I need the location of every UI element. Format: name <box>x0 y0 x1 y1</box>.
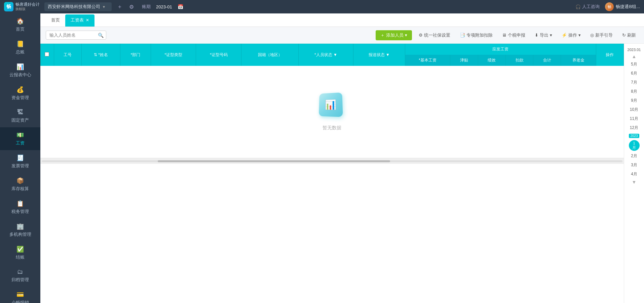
date-panel-next[interactable]: ▼ <box>631 179 637 185</box>
sidebar-item-tax[interactable]: 📋 税务管理 <box>0 196 40 219</box>
special-deduction-btn[interactable]: 📑 专项附加扣除 <box>457 31 495 40</box>
search-input[interactable] <box>46 31 106 40</box>
headset-icon: 🎧 <box>575 4 581 9</box>
sidebar: 🏠 首页 📒 总账 📊 云报表中心 💰 资金管理 🏗 固定资产 💵 工资 🧾 发… <box>0 13 40 303</box>
filter-icon-person[interactable]: ▼ <box>333 52 337 57</box>
sidebar-item-expense[interactable]: 💳 小畅报销 <box>0 287 40 303</box>
date-month-5[interactable]: 5月 <box>624 60 644 69</box>
operations-btn[interactable]: ⚡ 操作 ▾ <box>559 31 583 40</box>
archive-icon: 🗂 <box>17 268 23 275</box>
date-month-7[interactable]: 7月 <box>624 78 644 87</box>
add-dropdown-icon: ▾ <box>405 33 407 38</box>
company-dropdown-arrow: ▼ <box>102 5 106 9</box>
sidebar-item-close[interactable]: ✅ 结账 <box>0 242 40 264</box>
guide-icon-btn: ◎ <box>590 33 594 38</box>
sidebar-item-salary[interactable]: 💵 工资 <box>0 127 40 150</box>
date-month-3[interactable]: 3月 <box>624 161 644 170</box>
date-panel-prev[interactable]: ▲ <box>631 53 637 60</box>
user-info[interactable]: 畅 畅捷通B组... <box>605 2 640 11</box>
tax-icon: 🖥 <box>502 33 506 38</box>
date-month-8[interactable]: 8月 <box>624 87 644 96</box>
assets-icon: 🏗 <box>17 109 23 116</box>
scroll-thumb <box>158 160 390 162</box>
guide-label: 新手引导 <box>595 32 613 38</box>
tab-close-btn[interactable]: ✕ <box>86 18 89 23</box>
logo-sub: 旗舰版 <box>15 7 40 11</box>
export-dropdown-icon: ▾ <box>550 33 552 38</box>
user-avatar: 畅 <box>605 2 614 11</box>
filter-icon-submit[interactable]: ▼ <box>386 52 390 57</box>
date-month-6[interactable]: 6月 <box>624 69 644 78</box>
empty-text: 暂无数据 <box>323 125 341 131</box>
add-person-btn[interactable]: ＋ 添加人员 ▾ <box>376 30 412 40</box>
calendar-icon[interactable]: 📅 <box>178 4 183 9</box>
expense-icon: 💳 <box>16 291 24 298</box>
tax-report-btn[interactable]: 🖥 个税申报 <box>499 31 528 40</box>
date-panel: 2023.01 ▲ 5月 6月 7月 8月 9月 10月 11月 12月 202… <box>624 44 644 303</box>
table-date-row: 工号 ⇅ *姓名 *部门 *证型类型 <box>40 44 644 303</box>
th-total: 合计 <box>533 55 561 66</box>
guide-btn[interactable]: ◎ 新手引导 <box>588 31 615 40</box>
th-salary-group: 应发工资 <box>405 44 596 55</box>
settings-btn[interactable]: ⚙ <box>128 2 135 11</box>
sidebar-item-archive[interactable]: 🗂 归档管理 <box>0 264 40 287</box>
company-selector[interactable]: 西安虾米网络科技有限公司 ▼ <box>44 2 112 11</box>
top-bar-actions: ＋ ⚙ 账期 2023-01 📅 <box>116 2 183 12</box>
refresh-btn[interactable]: ↻ 刷新 <box>619 31 639 40</box>
social-security-btn[interactable]: ⚙ 统一社保设置 <box>416 31 453 40</box>
ops-label: 操作 <box>568 32 577 38</box>
sidebar-item-home[interactable]: 🏠 首页 <box>0 13 40 36</box>
tab-salary-label: 工资表 <box>71 17 84 23</box>
sidebar-item-multi[interactable]: 🏢 多机构管理 <box>0 219 40 242</box>
invoice-icon: 🧾 <box>16 154 24 162</box>
sidebar-label-assets: 固定资产 <box>11 117 29 123</box>
date-month-2[interactable]: 2月 <box>624 152 644 161</box>
period-value: 2023-01 <box>156 4 172 9</box>
company-name: 西安虾米网络科技有限公司 <box>48 4 100 10</box>
sidebar-item-fund[interactable]: 💰 资金管理 <box>0 82 40 105</box>
export-icon: ⬇ <box>535 33 538 38</box>
table-container[interactable]: 工号 ⇅ *姓名 *部门 *证型类型 <box>40 44 624 303</box>
date-month-1[interactable]: 1月 <box>629 140 640 151</box>
date-month-9[interactable]: 9月 <box>624 96 644 105</box>
date-month-12[interactable]: 12月 <box>624 123 644 132</box>
tab-home[interactable]: 首页 <box>46 14 65 27</box>
date-month-10[interactable]: 10月 <box>624 105 644 114</box>
sidebar-item-inventory[interactable]: 📦 库存核算 <box>0 173 40 196</box>
th-checkbox[interactable] <box>40 44 54 66</box>
service-btn[interactable]: 🎧 人工咨询 <box>575 4 600 10</box>
sidebar-label-salary: 工资 <box>16 140 25 146</box>
tab-salary-table[interactable]: 工资表 ✕ <box>65 14 94 27</box>
search-icon-btn[interactable]: 🔍 <box>98 33 104 38</box>
deduction-icon: 📑 <box>460 33 465 38</box>
horizontal-scrollbar[interactable] <box>40 158 624 164</box>
scroll-track <box>42 160 622 162</box>
sidebar-label-fund: 资金管理 <box>11 95 29 101</box>
ledger-icon: 📒 <box>16 40 24 48</box>
salary-icon: 💵 <box>16 131 24 139</box>
logo: 畅 畅唐通好会计 旗舰版 <box>4 2 44 11</box>
toolbar: 🔍 ＋ 添加人员 ▾ ⚙ 统一社保设置 📑 专项附加扣除 🖥 个税申报 ⬇ <box>40 27 644 44</box>
empty-icon: 📊 <box>318 93 345 120</box>
logo-text: 畅唐通好会计 <box>15 2 40 7</box>
th-allowance: 津贴 <box>450 55 478 66</box>
deduction-label: 专项附加扣除 <box>466 32 493 38</box>
th-pension: 养老金 <box>561 55 596 66</box>
th-id-type: *证型类型 <box>151 44 196 66</box>
date-month-4[interactable]: 4月 <box>624 170 644 179</box>
export-label: 导出 <box>540 32 548 38</box>
th-deduction: 扣款 <box>505 55 533 66</box>
sidebar-item-invoice[interactable]: 🧾 发票管理 <box>0 150 40 173</box>
sidebar-label-close: 结账 <box>16 254 25 260</box>
sidebar-item-ledger[interactable]: 📒 总账 <box>0 36 40 59</box>
export-btn[interactable]: ⬇ 导出 ▾ <box>532 31 555 40</box>
sidebar-label-invoice: 发票管理 <box>11 163 29 169</box>
sidebar-item-report[interactable]: 📊 云报表中心 <box>0 59 40 82</box>
th-performance: 绩效 <box>478 55 505 66</box>
select-all-checkbox[interactable] <box>45 52 49 56</box>
close-period-icon: ✅ <box>16 246 24 253</box>
sidebar-item-assets[interactable]: 🏗 固定资产 <box>0 105 40 127</box>
date-month-11[interactable]: 11月 <box>624 114 644 123</box>
sidebar-label-ledger: 总账 <box>16 49 25 55</box>
add-company-btn[interactable]: ＋ <box>116 2 124 12</box>
